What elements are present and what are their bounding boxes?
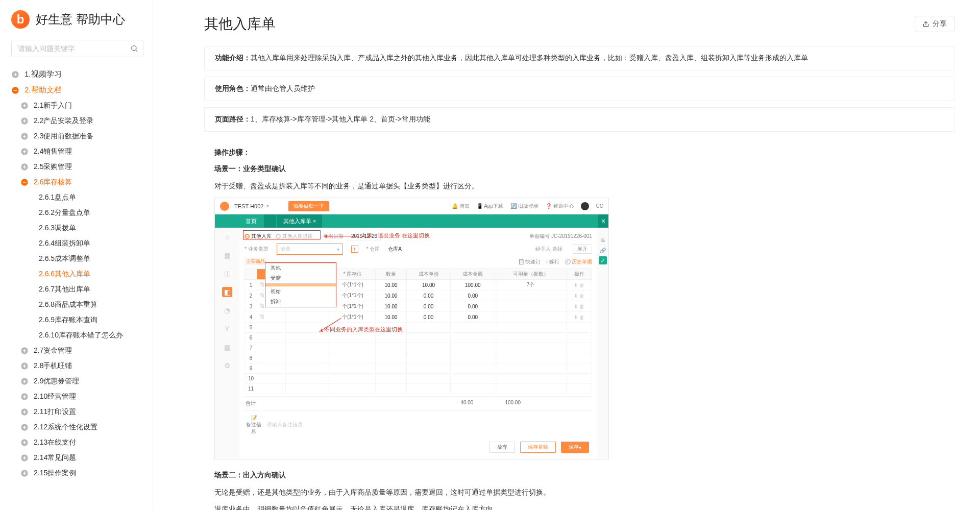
- nav-item[interactable]: 2.5采购管理: [11, 159, 143, 175]
- mock-user: CC: [596, 203, 603, 209]
- nav-item[interactable]: 1.视频学习: [11, 66, 143, 82]
- plus-icon: [20, 117, 29, 125]
- mock-radio-return: 其他入库退库: [276, 233, 313, 240]
- expand-icon: ⤢: [599, 256, 607, 264]
- table-row: 10: [245, 374, 592, 384]
- save-button: 保存 ▾: [561, 442, 589, 453]
- scene1-para: 对于受赠、盘盈或是拆装入库等不同的业务，是通过单据头【业务类型】进行区分。: [214, 180, 944, 192]
- plus-icon: [20, 454, 29, 462]
- steps-heading: 操作步骤：: [214, 148, 944, 157]
- box-icon: ◫: [222, 269, 232, 279]
- close-icon: ×: [598, 214, 608, 228]
- mock-top-link: 📱 App下载: [477, 203, 503, 210]
- search-icon: [130, 44, 138, 53]
- scene2-heading: 场景二：出入方向确认: [214, 471, 944, 480]
- nav-leaf[interactable]: 2.6.9库存账本查询: [11, 312, 143, 328]
- nav-item[interactable]: 2.帮助文档: [11, 82, 143, 98]
- svg-rect-38: [24, 410, 24, 414]
- nav-leaf[interactable]: 2.6.10库存账本错了怎么办: [11, 328, 143, 343]
- money-icon: ¥: [222, 324, 232, 334]
- biz-type-select: 请选▾: [277, 244, 343, 255]
- annotation-text: 不同业务的入库类型在这里切换: [324, 326, 403, 333]
- nav-item[interactable]: 2.15操作案例: [11, 466, 143, 481]
- nav-leaf-active[interactable]: 2.6.6其他入库单: [11, 266, 143, 282]
- svg-rect-21: [24, 165, 24, 169]
- page-title: 其他入库单: [204, 14, 276, 34]
- table-row: 8: [245, 353, 592, 363]
- wh-value: 仓库A: [388, 246, 402, 253]
- dropdown-panel: 其他 受赠 初始 拆卸: [265, 262, 336, 307]
- nav-item[interactable]: 2.7资金管理: [11, 343, 143, 358]
- plus-icon: [20, 469, 29, 477]
- nav-item[interactable]: 2.11打印设置: [11, 404, 143, 420]
- nav-item[interactable]: 2.10经营管理: [11, 389, 143, 404]
- share-button[interactable]: 分享: [915, 16, 954, 32]
- nav-leaf[interactable]: 2.6.3调拨单: [11, 221, 143, 236]
- nav-leaf[interactable]: 2.6.8商品成本重算: [11, 297, 143, 312]
- plus-icon: [11, 70, 19, 79]
- nav-tree: 1.视频学习 2.帮助文档 2.1新手入门 2.2产品安装及登录 2.3使用前数…: [11, 66, 143, 481]
- nav-leaf[interactable]: 2.6.2分量盘点单: [11, 205, 143, 221]
- brand-title: 好生意 帮助中心: [36, 11, 125, 28]
- table-row: 11: [245, 384, 592, 394]
- table-row: 9: [245, 363, 592, 374]
- optbar-link: 📋 快速订: [518, 258, 541, 265]
- path-tag: 全部商品: [244, 258, 267, 265]
- nav-item[interactable]: 2.1新手入门: [11, 98, 143, 113]
- logo-icon: b: [11, 10, 30, 29]
- search-input[interactable]: [11, 40, 143, 57]
- minus-icon: [11, 86, 19, 94]
- mock-top-link: ❓ 帮助中心: [546, 203, 574, 210]
- scene1-heading: 场景一：业务类型确认: [214, 164, 944, 174]
- nav-leaf[interactable]: 2.6.7其他出库单: [11, 282, 143, 297]
- nav-leaf[interactable]: 2.6.4组装拆卸单: [11, 236, 143, 251]
- table-row: 5: [245, 323, 592, 333]
- nav-item[interactable]: 2.14常见问题: [11, 450, 143, 466]
- nav-leaf[interactable]: 2.6.1盘点单: [11, 190, 143, 205]
- plus-icon: [20, 102, 29, 110]
- svg-rect-15: [24, 135, 24, 138]
- mock-tab-doc: [264, 214, 276, 228]
- search: [11, 40, 143, 57]
- nav-item[interactable]: 2.2产品安装及登录: [11, 113, 143, 129]
- svg-line-1: [136, 50, 137, 52]
- nav-item[interactable]: 2.6库存核算: [11, 175, 143, 190]
- mock-tabs: 首页 其他入库单 × ×: [215, 214, 608, 228]
- plus-icon: [20, 148, 29, 156]
- plus-icon: [20, 163, 29, 171]
- svg-rect-29: [24, 365, 24, 368]
- nav-item[interactable]: 2.4销售管理: [11, 144, 143, 159]
- scene2-para1: 无论是受赠，还是其他类型的业务，由于入库商品质量等原因，需要退回，这时可通过单据…: [214, 486, 944, 499]
- grid-icon: ▦: [222, 342, 232, 352]
- nav-item[interactable]: 2.13在线支付: [11, 435, 143, 450]
- svg-rect-6: [14, 90, 17, 90]
- svg-point-0: [132, 46, 136, 51]
- annotation-text: 入库、退出业务 在这里切换: [361, 232, 430, 239]
- plus-icon: [20, 423, 29, 431]
- stock-icon: ◧: [222, 287, 232, 297]
- mock-tab-home: 首页: [239, 214, 263, 228]
- table-row: 4商个(1*1个)10.000.000.00⬇ 🗑: [245, 312, 592, 323]
- mock-tenant: TEST-H002: [234, 203, 263, 209]
- biz-type-label: * 业务类型: [244, 246, 268, 253]
- gear-icon: ⚙: [222, 360, 232, 371]
- nav-item[interactable]: 2.12系统个性化设置: [11, 420, 143, 435]
- nav-item[interactable]: 2.9优惠券管理: [11, 374, 143, 389]
- brand: b 好生意 帮助中心: [11, 10, 143, 29]
- doc-icon: ▤: [222, 250, 232, 260]
- share-icon: [922, 20, 929, 28]
- print-icon: 🖶: [599, 236, 607, 244]
- nav-item[interactable]: 2.8手机旺铺: [11, 358, 143, 374]
- home-icon: ⌂: [222, 232, 232, 242]
- mock-radio-in: 其他入库: [244, 233, 272, 240]
- chevron-down-icon: ▾: [266, 203, 269, 209]
- nav-item[interactable]: 2.3使用前数据准备: [11, 129, 143, 144]
- nav-leaf[interactable]: 2.6.5成本调整单: [11, 251, 143, 266]
- remark-input: [267, 420, 592, 430]
- svg-rect-32: [24, 380, 24, 383]
- optbar-link: ↕ 移行: [546, 258, 559, 265]
- plus-icon: [20, 377, 29, 385]
- wh-label: * 仓库: [366, 246, 380, 253]
- plus-icon: [20, 393, 29, 401]
- role-box: 使用角色：通常由仓管人员维护: [204, 77, 954, 101]
